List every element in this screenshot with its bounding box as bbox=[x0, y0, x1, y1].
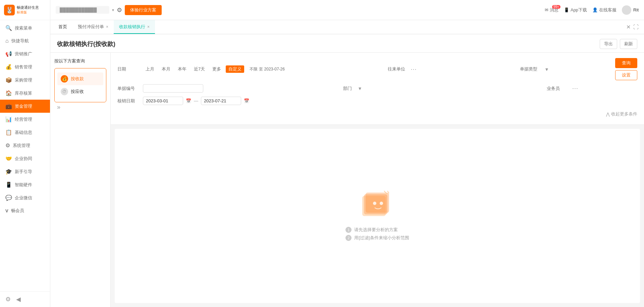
sidebar-item-operations[interactable]: 📊 经营管理 bbox=[0, 113, 50, 126]
sidebar-item-search-menu[interactable]: 🔍 搜索菜单 bbox=[0, 21, 50, 35]
filter-panel-border: 💰 按收款 ⏱ 按应收 bbox=[54, 68, 106, 102]
doc-type-label: 单据类型 bbox=[520, 66, 540, 72]
filter-by-receipt[interactable]: 💰 按收款 bbox=[57, 72, 103, 85]
date-btn-this-month[interactable]: 本月 bbox=[159, 65, 173, 73]
tab-prepay-orders-close[interactable]: × bbox=[106, 24, 108, 29]
export-button[interactable]: 导出 bbox=[600, 39, 617, 49]
app-download-button[interactable]: 📱 App下载 bbox=[564, 7, 587, 13]
tab-home[interactable]: 首页 bbox=[53, 20, 72, 34]
basic-info-icon: 📋 bbox=[5, 129, 12, 136]
filter-receivable-icon: ⏱ bbox=[61, 88, 68, 95]
doc-no-label: 单据编号 bbox=[117, 86, 138, 92]
sidebar-item-enterprise[interactable]: 🤝 企业协同 bbox=[0, 152, 50, 165]
purchase-icon: 📦 bbox=[5, 77, 12, 83]
filter-receipt-label: 按收款 bbox=[71, 76, 84, 82]
date-btn-last-month[interactable]: 上月 bbox=[143, 65, 157, 73]
writeoff-cal-from-icon[interactable]: 📅 bbox=[186, 98, 191, 103]
collapse-sidebar-icon[interactable]: ◀ bbox=[16, 296, 21, 303]
writeoff-date-label: 核销日期 bbox=[117, 98, 138, 104]
date-btn-last-7[interactable]: 近7天 bbox=[191, 65, 208, 73]
date-btn-this-year[interactable]: 本年 bbox=[175, 65, 189, 73]
empty-state: 1 请先选择要分析的方案 2 用[过滤]条件来缩小分析范围 bbox=[115, 129, 640, 303]
salesman-selector-btn[interactable]: ··· bbox=[572, 85, 578, 92]
hint-num-2: 2 bbox=[345, 235, 352, 241]
refresh-button[interactable]: 刷新 bbox=[620, 39, 637, 49]
empty-hint-2: 2 用[过滤]条件来缩小分析范围 bbox=[345, 235, 409, 241]
partner-selector-btn[interactable]: ··· bbox=[411, 66, 417, 73]
partner-label: 往来单位 bbox=[388, 66, 405, 72]
tab-prepay-orders-label: 预付冲应付单 bbox=[78, 24, 104, 30]
messages-badge: 99+ bbox=[552, 5, 560, 9]
messages-button[interactable]: ✉ 消息 99+ bbox=[545, 7, 558, 13]
sidebar-item-basic-info[interactable]: 📋 基础信息 bbox=[0, 126, 50, 139]
date-label: 日期 bbox=[117, 66, 138, 72]
collapse-more-icon: ⋀ bbox=[606, 112, 610, 117]
dept-label: 部门 bbox=[343, 86, 353, 92]
hint-num-1: 1 bbox=[345, 227, 352, 233]
sidebar-item-inventory[interactable]: 🏠 库存核算 bbox=[0, 87, 50, 100]
tab-receipt-writeoff[interactable]: 收款核销执行 × bbox=[114, 20, 155, 34]
filter-receivable-label: 按应收 bbox=[71, 89, 84, 95]
hint-text-2: 用[过滤]条件来缩小分析范围 bbox=[354, 235, 409, 241]
settings-icon[interactable]: ⚙ bbox=[5, 296, 11, 303]
right-content: 日期 上月 本月 本年 近7天 更多 自定义 不限 至 2023-07-26 bbox=[111, 53, 644, 307]
sidebar-item-purchase[interactable]: 📦 采购管理 bbox=[0, 73, 50, 87]
filter-by-receivable[interactable]: ⏱ 按应收 bbox=[57, 85, 103, 98]
writeoff-date-dash: — bbox=[194, 98, 198, 103]
sidebar-item-quick-nav[interactable]: ⌂ 快捷导航 bbox=[0, 35, 50, 47]
doc-type-chevron[interactable]: ▾ bbox=[545, 66, 548, 72]
search-menu-icon: 🔍 bbox=[5, 25, 12, 31]
message-icon: ✉ bbox=[545, 7, 548, 12]
writeoff-cal-to-icon[interactable]: 📅 bbox=[244, 98, 249, 103]
form-row-writeoff: 核销日期 📅 — 📅 bbox=[117, 97, 637, 105]
sidebar-item-label-marketing: 营销推广 bbox=[15, 51, 32, 57]
date-btn-custom[interactable]: 自定义 bbox=[226, 65, 244, 73]
collapse-more-btn[interactable]: ⋀ 收起更多条件 bbox=[117, 109, 637, 119]
writeoff-date-from[interactable] bbox=[143, 97, 183, 105]
sidebar-item-label-enterprise: 企业协同 bbox=[15, 156, 32, 162]
page-actions: 导出 刷新 bbox=[600, 39, 637, 49]
service-button[interactable]: 👤 在线客服 bbox=[592, 7, 616, 13]
sidebar-item-system[interactable]: ⚙ 系统管理 bbox=[0, 139, 50, 152]
header-gear-icon[interactable]: ⚙ bbox=[117, 6, 122, 14]
tab-expand-icon[interactable]: ⛶ bbox=[633, 24, 639, 30]
trial-button[interactable]: 体验行业方案 bbox=[125, 5, 162, 15]
tab-receipt-writeoff-close[interactable]: × bbox=[147, 24, 150, 29]
sidebar-item-member[interactable]: V 畅会员 bbox=[0, 204, 50, 217]
svg-rect-2 bbox=[366, 193, 389, 213]
marketing-icon: 📢 bbox=[5, 51, 12, 57]
enterprise-icon: 🤝 bbox=[5, 155, 12, 162]
user-name: Rit bbox=[633, 7, 639, 12]
sidebar-item-marketing[interactable]: 📢 营销推广 bbox=[0, 47, 50, 60]
member-icon: V bbox=[5, 208, 8, 213]
tab-close-all-icon[interactable]: ✕ bbox=[626, 24, 631, 30]
sidebar-item-hardware[interactable]: 📱 智能硬件 bbox=[0, 178, 50, 191]
sidebar-item-sales[interactable]: 💰 销售管理 bbox=[0, 60, 50, 73]
date-btn-more[interactable]: 更多 bbox=[210, 65, 224, 73]
dept-chevron[interactable]: ▾ bbox=[359, 85, 361, 92]
sidebar-item-finance[interactable]: 💼 资金管理 bbox=[0, 100, 50, 113]
service-label: 在线客服 bbox=[599, 7, 616, 13]
date-no-limit: 不限 至 2023-07-26 bbox=[250, 66, 285, 72]
sidebar-item-guide[interactable]: 🎓 新手引导 bbox=[0, 165, 50, 178]
date-to-text: 至 2023-07-26 bbox=[259, 66, 285, 72]
tab-prepay-orders[interactable]: 预付冲应付单 × bbox=[72, 20, 114, 34]
filter-collapse-btn[interactable]: » bbox=[57, 104, 106, 111]
wechat-icon: 💬 bbox=[5, 195, 12, 201]
sidebar-item-wechat[interactable]: 💬 企业微信 bbox=[0, 191, 50, 204]
quick-nav-icon: ⌂ bbox=[5, 38, 9, 44]
logo-title: 畅捷通好生意 bbox=[17, 5, 39, 10]
sidebar-item-label-search-menu: 搜索菜单 bbox=[15, 25, 32, 31]
filter-receipt-icon: 💰 bbox=[61, 75, 68, 83]
doc-no-input[interactable] bbox=[143, 84, 203, 93]
action-buttons: 查询 设置 bbox=[615, 58, 637, 80]
sales-icon: 💰 bbox=[5, 64, 12, 70]
query-button[interactable]: 查询 bbox=[615, 58, 637, 68]
header-right: ✉ 消息 99+ 📱 App下载 👤 在线客服 Rit bbox=[545, 5, 639, 15]
form-row-docno: 单据编号 部门 ▾ 业务员 ··· bbox=[117, 84, 637, 93]
hardware-icon: 📱 bbox=[5, 182, 12, 188]
settings-button[interactable]: 设置 bbox=[615, 70, 637, 80]
tab-controls: ✕ ⛶ bbox=[624, 20, 641, 34]
header-search-box[interactable]: ████████████ bbox=[56, 6, 109, 14]
writeoff-date-to[interactable] bbox=[201, 97, 241, 105]
